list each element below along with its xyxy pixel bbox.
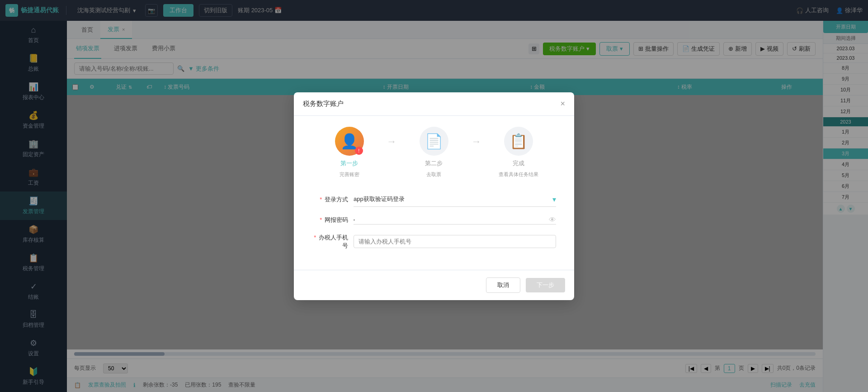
step-1-badge: ! [355, 147, 363, 155]
phone-label: 办税人手机号 [312, 234, 348, 250]
cancel-button[interactable]: 取消 [486, 277, 520, 293]
login-method-field: 登录方式 app获取验证码登录 ▾ [312, 192, 556, 207]
modal-body: 👤 ! 第一步 完善账密 → 📄 第二步 去取票 → [294, 116, 574, 270]
step-2-icon-wrap: 📄 [420, 127, 448, 156]
phone-input[interactable] [354, 235, 556, 248]
step-2-desc: 去取票 [426, 171, 441, 178]
step-3-desc: 查看具体任务结果 [499, 171, 538, 178]
password-label: 网报密码 [312, 216, 348, 224]
tax-account-modal: 税务数字账户 × 👤 ! 第一步 完善账密 → [294, 92, 574, 300]
step-3: 📋 完成 查看具体任务结果 [481, 127, 556, 178]
modal-header: 税务数字账户 × [294, 92, 574, 116]
login-method-value: app获取验证码登录 [354, 195, 405, 203]
steps: 👤 ! 第一步 完善账密 → 📄 第二步 去取票 → [312, 127, 556, 178]
select-arrow-icon: ▾ [552, 195, 556, 204]
step-2: 📄 第二步 去取票 [396, 127, 471, 178]
login-method-label: 登录方式 [312, 196, 348, 204]
next-button[interactable]: 下一步 [526, 278, 565, 292]
phone-field: 办税人手机号 [312, 234, 556, 250]
password-dot: • [354, 218, 355, 222]
step-2-label: 第二步 [425, 159, 443, 167]
password-input-wrap: • 👁 [354, 216, 556, 225]
step-1-label: 第一步 [340, 159, 358, 167]
step-2-icon: 📄 [425, 133, 443, 150]
step-3-label: 完成 [513, 159, 524, 167]
modal-close-button[interactable]: × [560, 100, 565, 108]
step-1-icon: 👤 [340, 133, 359, 150]
step-1: 👤 ! 第一步 完善账密 [312, 127, 387, 178]
modal-title: 税务数字账户 [303, 100, 344, 108]
step-arrow-1: → [387, 136, 396, 148]
step-1-icon-wrap: 👤 ! [335, 127, 364, 156]
step-3-icon-wrap: 📋 [504, 127, 533, 156]
login-method-select[interactable]: app获取验证码登录 ▾ [354, 192, 556, 207]
eye-toggle-icon[interactable]: 👁 [549, 216, 556, 224]
modal-footer: 取消 下一步 [294, 270, 574, 300]
step-1-desc: 完善账密 [340, 171, 359, 178]
password-field: 网报密码 • 👁 [312, 216, 556, 225]
modal-overlay: 税务数字账户 × 👤 ! 第一步 完善账密 → [0, 0, 868, 392]
step-3-icon: 📋 [509, 133, 528, 150]
step-arrow-2: → [472, 136, 481, 148]
